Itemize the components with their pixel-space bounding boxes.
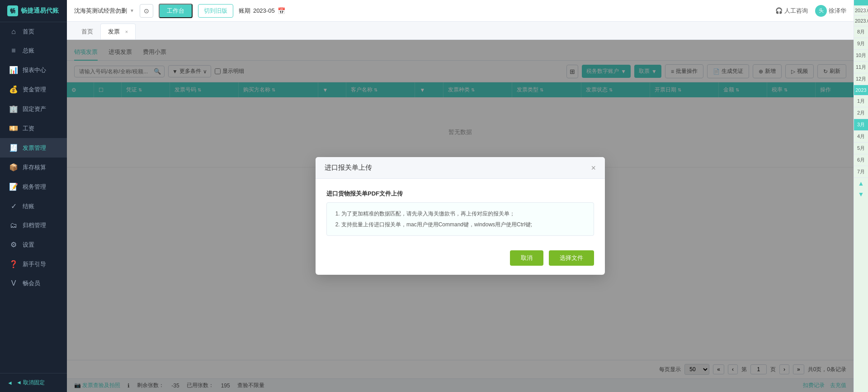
- assets-icon: 🏢: [9, 105, 18, 113]
- right-panel-item-6[interactable]: 6月: [854, 154, 868, 166]
- modal-overlay[interactable]: 进口报关单上传 × 进口货物报关单PDF文件上传 为了更加精准的数据匹配，请先录…: [67, 40, 854, 392]
- collapse-arrow-icon: ◄: [7, 380, 13, 386]
- sidebar-item-ledger[interactable]: ≡ 总账: [0, 41, 67, 60]
- right-panel-item-2023-03-1[interactable]: 2023.03: [854, 5, 868, 16]
- period-display: 账期 2023-05 📅: [239, 7, 285, 15]
- ledger-icon: ≡: [9, 47, 18, 55]
- old-version-button[interactable]: 切到旧版: [198, 4, 233, 18]
- right-panel-item-12[interactable]: 12月: [854, 73, 868, 85]
- modal-info-item-2: 支持批量上传进口报关单，mac用户使用Command键，windows用户使用C…: [341, 219, 586, 230]
- modal-section-title: 进口货物报关单PDF文件上传: [326, 190, 594, 198]
- sidebar-item-guide[interactable]: ❓ 新手引导: [0, 254, 67, 274]
- modal-info-item-1: 为了更加精准的数据匹配，请先录入海关缴款书，再上传对应的报关单；: [341, 208, 586, 219]
- modal-body: 进口货物报关单PDF文件上传 为了更加精准的数据匹配，请先录入海关缴款书，再上传…: [316, 179, 605, 243]
- right-panel-item-5[interactable]: 5月: [854, 143, 868, 154]
- sidebar-item-settlement[interactable]: ✓ 结账: [0, 196, 67, 216]
- support-btn[interactable]: 🎧 人工咨询: [775, 7, 808, 15]
- support-icon: 🎧: [775, 7, 783, 14]
- modal-close-button[interactable]: ×: [591, 164, 596, 172]
- archive-icon: 🗂: [9, 221, 18, 229]
- right-panel-down-arrow[interactable]: ▼: [856, 189, 866, 200]
- payroll-icon: 💴: [9, 124, 18, 133]
- settings-icon: ⚙: [9, 240, 18, 249]
- collapse-btn[interactable]: ◄ ◄ 取消固定: [0, 373, 67, 392]
- sidebar-item-home[interactable]: ⌂ 首页: [0, 22, 67, 41]
- sidebar-item-payroll[interactable]: 💴 工资: [0, 119, 67, 138]
- inventory-icon: 📦: [9, 163, 18, 172]
- right-panel-up-arrow[interactable]: ▲: [856, 178, 866, 189]
- reports-icon: 📊: [9, 66, 18, 74]
- tab-close-icon[interactable]: ×: [125, 29, 128, 34]
- topbar: 沈海英测试经营勿删 ▼ ⊙ 工作台 切到旧版 账期 2023-05 📅 🎧 人工…: [67, 0, 854, 22]
- modal-footer: 取消 选择文件: [316, 243, 605, 275]
- avatar: 头: [815, 5, 827, 17]
- sidebar-item-capital[interactable]: 💰 资金管理: [0, 80, 67, 99]
- sidebar: 畅 畅捷通易代账 ⌂ 首页 ≡ 总账 📊 报表中心 💰 资金管理 🏢 固定资产 …: [0, 0, 67, 392]
- invoice-icon: 🧾: [9, 143, 18, 152]
- company-dropdown-icon: ▼: [130, 8, 134, 13]
- capital-icon: 💰: [9, 85, 18, 94]
- right-panel-item-4[interactable]: 4月: [854, 131, 868, 143]
- right-panel-item-2023-03-2[interactable]: 2023.03: [854, 16, 868, 26]
- modal-title: 进口报关单上传: [325, 163, 372, 172]
- right-panel-item-2023[interactable]: 2023: [854, 85, 868, 96]
- user-menu[interactable]: 头 徐泽华: [815, 5, 846, 17]
- modal-header: 进口报关单上传 ×: [316, 157, 605, 179]
- sidebar-item-member[interactable]: V 畅会员: [0, 274, 67, 293]
- settlement-icon: ✓: [9, 202, 18, 210]
- right-panel-item-3[interactable]: 3月: [854, 119, 868, 131]
- right-panel-item-9[interactable]: 9月: [854, 38, 868, 50]
- right-panel-item-11[interactable]: 11月: [854, 62, 868, 73]
- tab-home[interactable]: 首页: [74, 24, 100, 39]
- calendar-icon[interactable]: 📅: [278, 7, 285, 14]
- member-icon: V: [9, 279, 18, 287]
- company-selector[interactable]: 沈海英测试经营勿删 ▼: [74, 7, 134, 15]
- period-value: 2023-05: [253, 7, 275, 14]
- sidebar-item-tax[interactable]: 📝 税务管理: [0, 177, 67, 196]
- right-panel: 期间选择 2023.03 2023.03 8月 9月 10月 11月 12月 2…: [854, 0, 868, 392]
- sidebar-item-inventory[interactable]: 📦 库存核算: [0, 158, 67, 177]
- modal-info-box: 为了更加精准的数据匹配，请先录入海关缴款书，再上传对应的报关单； 支持批量上传进…: [326, 202, 594, 236]
- company-name: 沈海英测试经营勿删: [74, 7, 127, 15]
- content-area: 销项发票 进项发票 费用小票 🔍 ▼ 更多条件 ∨ 显示明细: [67, 40, 854, 392]
- sidebar-item-archive[interactable]: 🗂 归档管理: [0, 216, 67, 235]
- right-panel-item-10[interactable]: 10月: [854, 50, 868, 62]
- modal-cancel-button[interactable]: 取消: [510, 250, 543, 266]
- topbar-right: 🎧 人工咨询 头 徐泽华: [775, 5, 846, 17]
- guide-icon: ❓: [9, 260, 18, 268]
- home-icon: ⌂: [9, 28, 18, 36]
- right-panel-header[interactable]: 期间选择: [854, 0, 868, 5]
- right-panel-item-2[interactable]: 2月: [854, 107, 868, 119]
- sidebar-item-settings[interactable]: ⚙ 设置: [0, 235, 67, 254]
- right-panel-item-8[interactable]: 8月: [854, 26, 868, 38]
- company-icon: ⊙: [144, 7, 149, 14]
- modal-confirm-button[interactable]: 选择文件: [549, 250, 594, 266]
- user-name: 徐泽华: [829, 7, 846, 15]
- tabbar: 首页 发票 ×: [67, 22, 854, 40]
- app-logo: 畅 畅捷通易代账: [0, 0, 67, 22]
- right-panel-item-1[interactable]: 1月: [854, 96, 868, 107]
- tax-icon: 📝: [9, 182, 18, 191]
- company-action-btn[interactable]: ⊙: [140, 4, 153, 18]
- logo-icon: 畅: [7, 5, 18, 16]
- tab-invoice[interactable]: 发票 ×: [100, 24, 136, 39]
- workspace-button[interactable]: 工作台: [159, 4, 193, 18]
- sidebar-item-reports[interactable]: 📊 报表中心: [0, 60, 67, 80]
- right-panel-item-7[interactable]: 7月: [854, 166, 868, 178]
- main-area: 沈海英测试经营勿删 ▼ ⊙ 工作台 切到旧版 账期 2023-05 📅 🎧 人工…: [67, 0, 854, 392]
- sidebar-item-assets[interactable]: 🏢 固定资产: [0, 99, 67, 119]
- sidebar-item-invoice[interactable]: 🧾 发票管理: [0, 138, 67, 158]
- import-customs-modal: 进口报关单上传 × 进口货物报关单PDF文件上传 为了更加精准的数据匹配，请先录…: [316, 157, 605, 275]
